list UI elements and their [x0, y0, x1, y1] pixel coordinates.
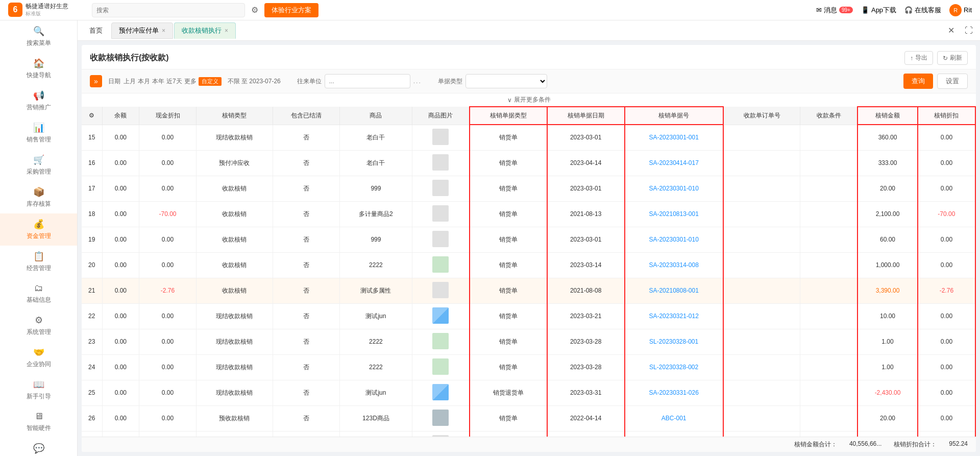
tab-receipt-close[interactable]: ×	[225, 27, 228, 34]
filter-settings-button[interactable]: 设置	[937, 74, 968, 89]
table-footer: 核销金额合计： 40,556,66... 核销折扣合计： 952.24	[82, 437, 976, 452]
table-cell[interactable]: SA-20230414-017	[625, 150, 723, 176]
table-cell: -2.76	[139, 278, 197, 303]
table-cell	[800, 201, 857, 227]
col-settings[interactable]: ⚙	[82, 107, 102, 125]
date-custom[interactable]: 自定义	[199, 77, 222, 86]
sidebar-item-hardware[interactable]: 🖥 智能硬件	[0, 406, 77, 438]
table-cell[interactable]: SA-20230321-012	[625, 303, 723, 329]
col-verify-amount: 核销金额	[857, 107, 918, 125]
table-cell	[800, 329, 857, 354]
close-window-button[interactable]: ✕	[945, 25, 958, 36]
table-cell[interactable]: SL-20230328-002	[625, 354, 723, 380]
table-row: 260.000.00预收款核销否123D商品销货单2022-04-14ABC-0…	[82, 405, 975, 431]
table-cell: 销货单	[470, 227, 547, 252]
export-button[interactable]: ↑ 导出	[904, 51, 933, 65]
table-cell[interactable]: SA-20230301-001	[625, 125, 723, 150]
date-this-year[interactable]: 本年	[152, 77, 164, 86]
tab-prepay[interactable]: 预付冲应付单 ×	[111, 22, 173, 39]
table-cell[interactable]: SL-20230328-001	[625, 329, 723, 354]
maximize-window-button[interactable]: ⛶	[962, 25, 976, 36]
table-cell: 销货单	[470, 176, 547, 201]
table-cell: 0.00	[102, 201, 139, 227]
table-cell	[412, 278, 469, 303]
tab-receipt[interactable]: 收款核销执行 ×	[174, 22, 236, 39]
sidebar-item-inventory[interactable]: 📦 库存核算	[0, 181, 77, 213]
table-cell: 现结收款核销	[196, 303, 273, 329]
sidebar-item-wechat[interactable]: 💬 企业微信	[0, 438, 77, 456]
table-cell: 销货单	[470, 303, 547, 329]
sidebar-item-finance[interactable]: 💰 资金管理	[0, 213, 77, 246]
table-cell	[800, 227, 857, 252]
table-cell: 收款核销	[196, 227, 273, 252]
sidebar-item-operations[interactable]: 📋 经营管理	[0, 246, 77, 278]
sidebar-item-system[interactable]: ⚙ 系统管理	[0, 309, 77, 342]
table-cell: 2022-04-14	[547, 405, 625, 431]
table-cell: 销货单	[470, 329, 547, 354]
table-cell	[412, 431, 469, 437]
page-title: 收款核销执行(按收款)	[90, 53, 169, 63]
sidebar-item-quicknav[interactable]: 🏠 快捷导航	[0, 53, 77, 85]
search-icon: 🔍	[33, 26, 44, 37]
date-7days[interactable]: 近7天	[166, 77, 182, 86]
table-cell[interactable]: SA-20210813-001	[625, 201, 723, 227]
date-this-month[interactable]: 本月	[138, 77, 150, 86]
table-cell[interactable]: SA-20230314-008	[625, 252, 723, 278]
table-cell: 2023-03-01	[547, 176, 625, 201]
table-cell: 0.00	[102, 329, 139, 354]
online-service-button[interactable]: 🎧 在线客服	[904, 6, 941, 15]
table-cell[interactable]: SA-20230301-010	[625, 227, 723, 252]
messages-button[interactable]: ✉ 消息 99+	[816, 6, 853, 15]
sidebar-item-guide[interactable]: 📖 新手引导	[0, 374, 77, 406]
search-input[interactable]	[92, 3, 245, 17]
table-cell: 0.00	[918, 303, 975, 329]
table-row: 210.00-2.76收款核销否测试多属性销货单2021-08-08SA-202…	[82, 278, 975, 303]
settings-icon: ⚙	[89, 112, 94, 119]
table-cell[interactable]: SA-20210808-001	[625, 278, 723, 303]
date-more[interactable]: 更多	[184, 77, 197, 86]
table-cell[interactable]: SA-20230301-010	[625, 176, 723, 201]
logo-area: 6 畅捷通谱好生意 标准版	[8, 3, 86, 17]
refresh-button[interactable]: ↻ 刷新	[937, 51, 968, 65]
partner-input[interactable]	[325, 74, 410, 88]
table-cell	[723, 201, 800, 227]
sidebar-item-purchase[interactable]: 🛒 采购管理	[0, 149, 77, 181]
date-range-display: 不限 至 2023-07-26	[228, 77, 281, 86]
table-cell[interactable]: SL-20230408-001	[625, 431, 723, 437]
solution-button[interactable]: 体验行业方案	[264, 3, 318, 17]
table-cell	[800, 380, 857, 405]
table-cell: 现结收款核销	[196, 431, 273, 437]
sidebar-item-marketing[interactable]: 📢 营销推广	[0, 85, 77, 117]
sidebar-item-sales[interactable]: 📊 销售管理	[0, 117, 77, 149]
query-button[interactable]: 查询	[903, 74, 933, 89]
user-avatar[interactable]: R Rit	[949, 4, 972, 16]
filter-expand-arrow[interactable]: »	[90, 75, 102, 87]
table-cell: 2023-03-28	[547, 354, 625, 380]
table-cell: 0.00	[139, 354, 197, 380]
table-cell: 否	[273, 431, 340, 437]
tab-prepay-close[interactable]: ×	[162, 27, 165, 34]
voucher-type-select[interactable]	[465, 74, 547, 88]
sidebar-item-collab[interactable]: 🤝 企业协同	[0, 342, 77, 374]
sidebar-item-basic[interactable]: 🗂 基础信息	[0, 278, 77, 309]
table-cell: 2023-04-08	[547, 431, 625, 437]
table-cell: 18	[82, 201, 102, 227]
col-include-settled: 包含已结清	[273, 107, 340, 125]
app-download-button[interactable]: 📱 App下载	[861, 6, 896, 15]
sidebar-item-search[interactable]: 🔍 搜索菜单	[0, 20, 77, 53]
table-cell: 销货单	[470, 201, 547, 227]
table-cell[interactable]: SA-20230331-026	[625, 380, 723, 405]
tab-home[interactable]: 首页	[82, 22, 110, 39]
date-filter: 日期 上月 本月 本年 近7天 更多 自定义	[108, 77, 222, 86]
table-row: 200.000.00收款核销否2222销货单2023-03-14SA-20230…	[82, 252, 975, 278]
table-cell: 0.00	[102, 405, 139, 431]
table-container[interactable]: ⚙ 余额 现金折扣 核销类型 包含已结清 商品 商品图片 核销单据类型 核销单据…	[82, 106, 976, 437]
table-cell	[412, 201, 469, 227]
table-cell: 0.00	[918, 354, 975, 380]
settings-icon[interactable]: ⚙	[251, 5, 258, 15]
table-cell	[412, 150, 469, 176]
expand-conditions-button[interactable]: ∨ 展开更多条件	[507, 95, 551, 104]
date-last-month[interactable]: 上月	[124, 77, 136, 86]
expand-bar: ∨ 展开更多条件	[82, 93, 976, 106]
table-cell[interactable]: ABC-001	[625, 405, 723, 431]
